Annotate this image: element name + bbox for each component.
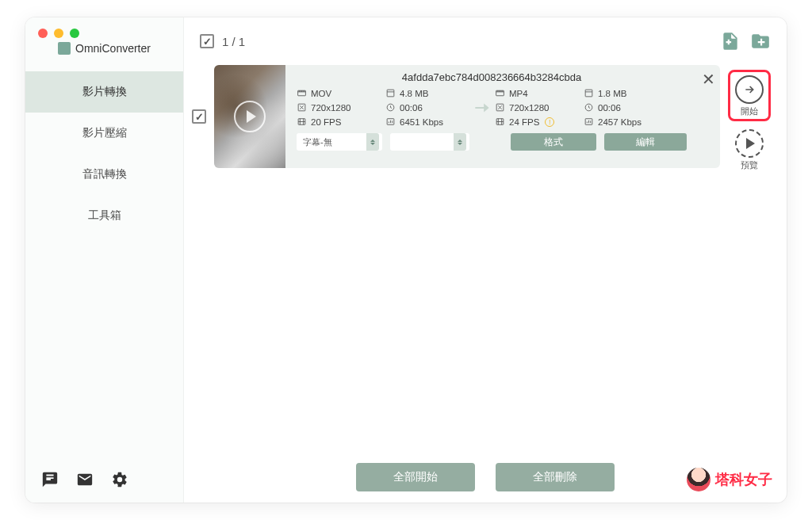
- file-card: 4afdda7ebc784d008236664b3284cbda MOV 720…: [214, 65, 720, 168]
- start-button-label: 開始: [741, 105, 758, 117]
- window-controls: [38, 29, 79, 38]
- source-bitrate: 6451 Kbps: [385, 117, 469, 127]
- main-panel: 1 / 1 4afdda7ebc784d008236664b3284cbda M…: [184, 17, 787, 503]
- format-button[interactable]: 格式: [511, 133, 596, 151]
- source-format: MOV: [297, 88, 385, 98]
- gear-icon[interactable]: [111, 471, 128, 488]
- watermark-avatar-icon: [687, 468, 710, 491]
- sidebar-item-video-convert[interactable]: 影片轉換: [25, 71, 183, 113]
- select-all-checkbox[interactable]: [200, 34, 214, 48]
- feedback-icon[interactable]: [41, 471, 59, 488]
- play-icon: [234, 101, 266, 132]
- subtitle-select[interactable]: 字幕-無: [297, 133, 382, 151]
- source-duration: 00:06: [385, 102, 469, 113]
- svg-rect-3: [387, 90, 394, 97]
- app-window: OmniConverter 影片轉換 影片壓縮 音訊轉換 工具箱 1 / 1: [25, 17, 787, 503]
- file-action-row: 字幕-無 格式 編輯: [297, 133, 687, 151]
- topbar: 1 / 1: [184, 17, 787, 65]
- watermark: 塔科女子: [687, 468, 772, 491]
- source-size: 4.8 MB: [385, 88, 469, 98]
- target-duration: 00:06: [584, 102, 669, 113]
- sidebar-item-label: 影片轉換: [82, 85, 127, 99]
- minimize-window-icon[interactable]: [54, 29, 63, 38]
- source-resolution: 720x1280: [297, 102, 385, 113]
- sidebar-item-label: 影片壓縮: [82, 126, 127, 140]
- sidebar-item-label: 音訊轉換: [82, 167, 127, 182]
- maximize-window-icon[interactable]: [70, 29, 79, 38]
- selection-count: 1 / 1: [222, 35, 245, 48]
- preview-play-icon: [735, 129, 764, 158]
- start-arrow-icon: [735, 75, 764, 104]
- subtitle-select-label: 字幕-無: [303, 136, 332, 148]
- app-name: OmniConverter: [75, 42, 151, 55]
- app-logo-icon: [58, 42, 71, 55]
- source-fps: 20 FPS: [297, 117, 385, 127]
- edit-button[interactable]: 編輯: [604, 133, 687, 151]
- footer: 全部開始 全部刪除 塔科女子: [184, 452, 787, 503]
- close-window-icon[interactable]: [38, 29, 48, 38]
- preview-button-label: 預覽: [741, 159, 758, 171]
- watermark-text: 塔科女子: [715, 470, 772, 489]
- file-side-actions: 開始 預覽: [728, 70, 771, 171]
- start-button[interactable]: 開始: [728, 70, 771, 121]
- target-size: 1.8 MB: [584, 88, 669, 98]
- sidebar-item-toolbox[interactable]: 工具箱: [25, 195, 183, 236]
- sidebar-item-audio-convert[interactable]: 音訊轉換: [25, 154, 183, 195]
- sidebar-footer: [25, 457, 183, 503]
- add-folder-icon[interactable]: [750, 31, 771, 52]
- audio-select[interactable]: [390, 133, 469, 151]
- video-thumbnail[interactable]: [214, 65, 285, 168]
- mail-icon[interactable]: [76, 471, 94, 488]
- sidebar: OmniConverter 影片轉換 影片壓縮 音訊轉換 工具箱: [25, 17, 184, 503]
- chevron-updown-icon: [454, 133, 466, 151]
- file-row-checkbox[interactable]: [192, 109, 206, 124]
- file-list: 4afdda7ebc784d008236664b3284cbda MOV 720…: [184, 65, 787, 452]
- target-bitrate: 2457 Kbps: [584, 117, 669, 127]
- file-specs: MOV 720x1280 20 FPS 4.8 MB 00:06 6451 Kb…: [297, 88, 687, 127]
- preview-button[interactable]: 預覽: [735, 129, 764, 171]
- add-file-icon[interactable]: [720, 31, 741, 52]
- warning-icon: !: [545, 117, 554, 127]
- target-fps: 24 FPS!: [495, 117, 584, 127]
- target-resolution: 720x1280: [495, 102, 584, 113]
- delete-all-button[interactable]: 全部刪除: [496, 463, 615, 491]
- start-all-button[interactable]: 全部開始: [356, 463, 475, 491]
- remove-file-icon[interactable]: ✕: [702, 71, 715, 87]
- chevron-updown-icon: [366, 133, 379, 151]
- app-brand: OmniConverter: [25, 17, 183, 71]
- file-name: 4afdda7ebc784d008236664b3284cbda: [297, 71, 687, 83]
- svg-rect-9: [585, 90, 592, 97]
- sidebar-item-video-compress[interactable]: 影片壓縮: [25, 113, 183, 154]
- arrow-right-icon: [469, 98, 495, 118]
- sidebar-nav: 影片轉換 影片壓縮 音訊轉換 工具箱: [25, 71, 183, 236]
- target-format: MP4: [495, 88, 584, 98]
- sidebar-item-label: 工具箱: [88, 208, 121, 223]
